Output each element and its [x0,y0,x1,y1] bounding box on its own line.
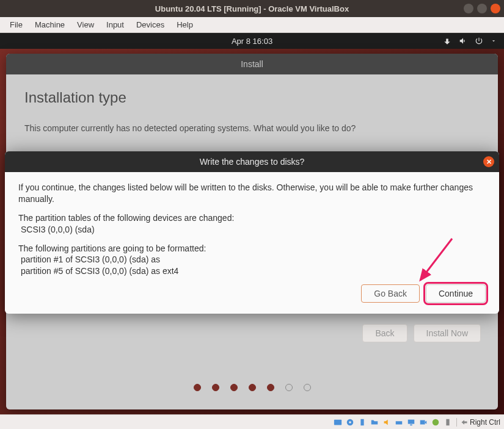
host-key-indicator[interactable]: Right Ctrl [456,418,500,427]
audio-icon[interactable] [382,417,392,427]
confirm-format-line2: partition #5 of SCSI3 (0,0,0) (sda) as e… [21,266,178,276]
keyboard-icon [461,419,468,426]
guest-desktop: Install Installation type This computer … [0,49,504,414]
maximize-icon[interactable] [477,4,487,13]
go-back-button[interactable]: Go Back [361,284,420,303]
continue-button[interactable]: Continue [426,284,486,303]
usb-icon[interactable] [357,417,367,427]
guest-datetime[interactable]: Apr 8 16:03 [232,37,272,46]
confirm-format-heading: The following partitions are going to be… [18,243,206,253]
confirm-tables-heading: The partition tables of the following de… [18,213,234,223]
network-adapter-icon[interactable] [394,417,404,427]
host-statusbar: Right Ctrl [0,414,504,429]
progress-indicator [194,384,311,391]
menu-machine[interactable]: Machine [30,19,70,31]
host-menubar: File Machine View Input Devices Help [0,17,504,33]
host-key-label: Right Ctrl [470,418,500,427]
progress-dot [249,384,256,391]
progress-dot [267,384,274,391]
guest-indicators[interactable] [443,37,497,45]
mouse-integration-icon[interactable] [443,417,453,427]
svg-rect-4 [360,419,363,425]
vm-display: Apr 8 16:03 Install Installation type Th… [0,33,504,414]
svg-point-9 [433,419,439,425]
installer-subtext: This computer currently has no detected … [24,123,480,133]
page-title: Installation type [24,89,480,106]
host-titlebar: Ubuntu 20.04 LTS [Running] - Oracle VM V… [0,0,504,17]
network-icon[interactable] [443,37,451,45]
menu-help[interactable]: Help [172,19,198,31]
progress-dot [194,384,201,391]
back-button[interactable]: Back [362,324,407,342]
close-icon[interactable]: ✕ [483,156,494,167]
recording-icon[interactable] [418,417,428,427]
confirm-format-line1: partition #1 of SCSI3 (0,0,0) (sda) as [21,254,160,264]
progress-dot [230,384,238,391]
svg-rect-7 [410,424,412,425]
minimize-icon[interactable] [464,4,473,13]
svg-point-3 [349,421,351,424]
confirm-buttons: Go Back Continue [18,284,486,303]
svg-rect-6 [408,419,415,424]
volume-icon[interactable] [459,37,467,45]
confirm-titlebar: Write the changes to disks? ✕ [5,151,499,172]
menu-input[interactable]: Input [101,19,129,31]
guest-topbar: Apr 8 16:03 [0,33,504,49]
display-icon[interactable] [406,417,416,427]
confirm-title: Write the changes to disks? [200,157,305,167]
menu-file[interactable]: File [5,19,27,31]
close-icon[interactable] [491,4,500,13]
power-icon[interactable] [475,37,483,45]
confirm-tables-device: SCSI3 (0,0,0) (sda) [21,225,95,234]
hard-disk-icon[interactable] [333,417,343,427]
svg-rect-8 [420,420,425,424]
shared-folder-icon[interactable] [370,417,379,427]
confirm-dialog: Write the changes to disks? ✕ If you con… [5,151,499,314]
svg-rect-5 [396,421,403,424]
progress-dot [212,384,219,391]
confirm-intro: If you continue, the changes listed belo… [18,182,486,205]
installer-window-title: Install [241,59,263,69]
progress-dot [285,384,293,391]
install-now-button[interactable]: Install Now [414,324,481,342]
vm-state-icon[interactable] [431,417,440,427]
host-window-title: Ubuntu 20.04 LTS [Running] - Oracle VM V… [155,4,349,13]
optical-disk-icon[interactable] [345,417,355,427]
progress-dot [304,384,311,391]
installer-titlebar: Install [6,54,498,74]
svg-rect-1 [334,419,341,425]
menu-devices[interactable]: Devices [131,19,169,31]
host-window-controls [464,4,500,13]
confirm-body: If you continue, the changes listed belo… [5,172,499,314]
chevron-down-icon[interactable] [491,37,497,45]
installer-bottom-nav: Back Install Now [362,324,481,342]
menu-view[interactable]: View [72,19,99,31]
